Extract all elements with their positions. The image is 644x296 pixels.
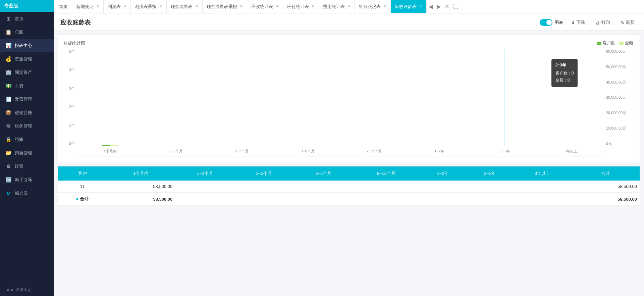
sidebar-item-label: 工资: [15, 83, 23, 89]
tab-prev-button[interactable]: ◀: [427, 0, 435, 13]
sidebar-item-tax[interactable]: 🏛 税务管理: [0, 119, 54, 133]
sidebar-item-archive[interactable]: 📁 归档管理: [0, 146, 54, 160]
tab-business-stats[interactable]: 经营状况表 ✕: [355, 0, 391, 13]
tab-ap-stats-close[interactable]: ✕: [312, 4, 315, 9]
sidebar-item-label: 报表中心: [15, 43, 32, 49]
table-cell: [466, 181, 514, 193]
download-icon: ⬇: [571, 20, 575, 25]
sidebar-item-label: 发票管理: [15, 96, 32, 102]
tab-voucher-close[interactable]: ✕: [96, 4, 99, 9]
tab-voucher-label: 新增凭证: [76, 4, 94, 10]
sidebar-item-assets[interactable]: 🏢 固定资产: [0, 66, 54, 79]
table-cell: [234, 181, 294, 193]
tab-profit-quarterly[interactable]: 利润表季报 ✕: [131, 0, 167, 13]
pin-left-icon: ◄◄: [5, 288, 13, 292]
refresh-icon: ↻: [621, 20, 625, 25]
table-cell: 58,500.00: [571, 181, 640, 193]
tab-cashflow-quarterly-close[interactable]: ✕: [240, 4, 243, 9]
content-area: 应收账龄表 图表 ⬇ 下载 🖨 打印 ↻ 刷新: [54, 13, 644, 296]
tab-ar-aging-close[interactable]: ✕: [419, 4, 422, 9]
sidebar-item-home[interactable]: ⊞ 首页: [0, 12, 54, 26]
table-header-row: 客户 1个月内 1~2个月 2~3个月 3~6个月 6~12个月 1~2年 2~…: [58, 166, 640, 181]
funds-icon: 💰: [5, 56, 11, 62]
tab-ar-stats-close[interactable]: ✕: [276, 4, 279, 9]
table-cell: 58,500.00: [107, 181, 175, 193]
tab-profit-quarterly-label: 利润表季报: [135, 4, 157, 10]
sidebar-item-label: 结账: [15, 137, 23, 143]
col-customer: 客户: [58, 166, 107, 181]
legend-customers-color: [597, 42, 601, 45]
sidebar-item-ledger[interactable]: 📋 总账: [0, 26, 54, 39]
sidebar-item-guide[interactable]: 🆕 新手引导: [0, 173, 54, 187]
tab-cashflow-quarterly[interactable]: 现金流量表季报 ✕: [203, 0, 247, 13]
sidebar-item-reports[interactable]: 📊 报表中心: [0, 39, 54, 52]
chart-area: 账龄统计图 客户数 金额 5个 4个 3个 2个 1个: [58, 35, 640, 162]
tab-profit[interactable]: 利润表 ✕: [104, 0, 131, 13]
table-total-cell: [294, 193, 353, 206]
sidebar-item-closing[interactable]: 🔒 结账: [0, 133, 54, 146]
x-label: 1~2个月: [143, 146, 209, 156]
sidebar-item-label: 归档管理: [15, 150, 32, 156]
tab-ar-stats-label: 应收统计表: [251, 4, 273, 10]
sidebar-item-label: 进销台账: [15, 110, 32, 116]
sidebar-item-label: 固定资产: [15, 69, 32, 76]
sidebar-item-settings[interactable]: ⚙ 设置: [0, 160, 54, 173]
chart-title: 账龄统计图: [63, 40, 634, 46]
table-cell: [353, 181, 419, 193]
table-cell: 11: [58, 181, 107, 193]
sidebar-item-purchases[interactable]: 📦 进销台账: [0, 106, 54, 119]
print-icon: 🖨: [596, 20, 600, 25]
tab-profit-quarterly-close[interactable]: ✕: [159, 4, 162, 9]
tab-expense-stats[interactable]: 费用统计表 ✕: [319, 0, 355, 13]
chart-toggle[interactable]: 图表: [540, 19, 563, 26]
tab-cashflow[interactable]: 现金流量表 ✕: [167, 0, 203, 13]
sidebar-item-label: 设置: [15, 163, 23, 169]
col-m6: 3~6个月: [294, 166, 353, 181]
tab-voucher[interactable]: 新增凭证 ✕: [72, 0, 104, 13]
tab-cashflow-label: 现金流量表: [171, 4, 193, 10]
sidebar-item-invoice[interactable]: 🧾 发票管理: [0, 93, 54, 106]
toggle-thumb: [546, 20, 552, 25]
legend-amount-label: 金额: [625, 40, 633, 46]
toggle-track[interactable]: [540, 19, 552, 26]
chart-container: 5个 4个 3个 2个 1个 0个 1个月内1~2个月2~3个月3~6个月6~1…: [63, 49, 634, 156]
page-title: 应收账龄表: [60, 18, 91, 27]
tab-profit-close[interactable]: ✕: [123, 4, 126, 9]
table-total-row: ■合计58,500.0058,500.00: [58, 193, 640, 206]
sidebar-item-funds[interactable]: 💰 资金管理: [0, 52, 54, 66]
x-label: 1个月内: [77, 146, 143, 156]
tab-ap-stats[interactable]: 应付统计表 ✕: [283, 0, 319, 13]
tab-business-stats-close[interactable]: ✕: [383, 4, 386, 9]
tab-cashflow-quarterly-label: 现金流量表季报: [207, 4, 237, 10]
tab-expense-stats-close[interactable]: ✕: [347, 4, 351, 9]
table-total-cell: [353, 193, 419, 206]
payroll-icon: 💵: [5, 83, 11, 89]
print-button[interactable]: 🖨 打印: [593, 18, 613, 27]
sidebar-item-vip[interactable]: V 畅会员: [0, 187, 54, 200]
tab-ar-stats[interactable]: 应收统计表 ✕: [247, 0, 283, 13]
sidebar-item-label: 畅会员: [15, 190, 28, 196]
tab-cashflow-close[interactable]: ✕: [195, 4, 198, 9]
data-table: 客户 1个月内 1~2个月 2~3个月 3~6个月 6~12个月 1~2年 2~…: [58, 166, 640, 206]
col-y2: 2~3年: [466, 166, 514, 181]
page-actions: 图表 ⬇ 下载 🖨 打印 ↻ 刷新: [540, 18, 637, 27]
x-label: 3年以上: [538, 146, 604, 156]
tab-next-button[interactable]: ▶: [435, 0, 443, 13]
tab-close-all-button[interactable]: ✕: [443, 0, 451, 13]
refresh-button[interactable]: ↻ 刷新: [618, 18, 637, 27]
tab-home[interactable]: 首页: [55, 0, 72, 13]
cancel-pin-button[interactable]: ◄◄ 取消固定: [0, 284, 54, 296]
table-cell: [294, 181, 353, 193]
download-button[interactable]: ⬇ 下载: [569, 18, 588, 27]
table-total-cell: 58,500.00: [107, 193, 175, 206]
tab-expand-button[interactable]: ⛶: [451, 0, 461, 13]
ledger-icon: 📋: [5, 29, 11, 35]
legend-customers-label: 客户数: [603, 40, 615, 46]
col-m12: 6~12个月: [353, 166, 419, 181]
table-total-cell: [234, 193, 294, 206]
tab-ar-aging[interactable]: 应收账龄表 ✕: [391, 0, 427, 13]
x-label: 6~12个月: [341, 146, 407, 156]
purchases-icon: 📦: [5, 110, 11, 116]
sidebar-item-payroll[interactable]: 💵 工资: [0, 79, 54, 93]
sidebar: 专业版 ⊞ 首页 📋 总账 📊 报表中心 💰 资金管理 🏢 固定资产 💵 工资 …: [0, 0, 54, 296]
